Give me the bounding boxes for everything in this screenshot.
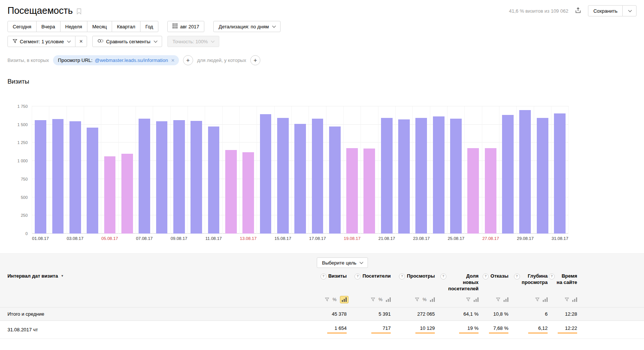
chart-mode-icon[interactable] <box>386 297 391 302</box>
x-axis-label <box>291 236 309 241</box>
percent-icon[interactable]: % <box>422 297 427 302</box>
period-today-button[interactable]: Сегодня <box>7 21 37 32</box>
visits-bar[interactable] <box>208 126 220 234</box>
visits-bar[interactable] <box>312 119 323 234</box>
x-axis-label: 29.08.17 <box>517 236 534 241</box>
visits-bar[interactable] <box>35 120 46 234</box>
percent-icon[interactable]: % <box>378 297 383 302</box>
visits-bar[interactable] <box>191 121 202 234</box>
metric-value: 45 378 <box>313 311 347 317</box>
help-icon[interactable]: ? <box>321 274 326 279</box>
table-row[interactable]: 31.08.2017 чт1 65471710 12919 %7,68 %6,1… <box>0 321 644 339</box>
bar-slot <box>239 106 257 234</box>
visits-bar[interactable] <box>381 118 393 234</box>
column-header-visits[interactable]: ?Визиты <box>313 273 347 279</box>
calendar-label: авг 2017 <box>180 24 199 29</box>
chart-mode-icon[interactable] <box>430 297 435 302</box>
add-people-condition-button[interactable]: + <box>250 55 260 65</box>
column-header-page-depth[interactable]: ?Глубина просмотра <box>508 273 548 286</box>
visits-bar[interactable] <box>52 119 64 234</box>
visits-bar[interactable] <box>329 126 341 234</box>
compare-segments-button[interactable]: Сравнить сегменты <box>92 36 162 47</box>
filter-icon[interactable] <box>325 297 329 301</box>
export-button[interactable] <box>573 6 583 15</box>
column-header-time-on-site[interactable]: ?Время на сайте <box>548 273 577 286</box>
column-header-pageviews[interactable]: ?Просмотры <box>391 273 435 279</box>
visits-bar[interactable] <box>87 128 98 234</box>
detail-dropdown[interactable]: Детализация: по дням <box>213 21 280 32</box>
visits-bar[interactable] <box>502 115 514 234</box>
period-year-button[interactable]: Год <box>140 21 158 32</box>
visits-share-text: 41,6 % визитов из 109 062 <box>509 8 569 14</box>
help-icon[interactable]: ? <box>483 274 489 279</box>
visits-bar[interactable] <box>467 148 479 234</box>
visits-bar[interactable] <box>173 120 185 234</box>
visits-bar[interactable] <box>69 121 81 234</box>
x-axis-label <box>396 236 413 241</box>
x-axis-label: 19.08.17 <box>343 236 360 241</box>
date-interval-header[interactable]: Интервал дат визита ▼ <box>7 273 313 279</box>
add-visit-condition-button[interactable]: + <box>183 55 193 65</box>
period-quarter-button[interactable]: Квартал <box>112 21 140 32</box>
goal-select-button[interactable]: Выберите цель <box>317 257 368 268</box>
page-title: Посещаемость <box>7 4 73 16</box>
filter-icon[interactable] <box>496 297 500 301</box>
column-header-visitors[interactable]: ?Посетители <box>347 273 391 279</box>
bar-slot <box>551 106 569 234</box>
visits-bar[interactable] <box>398 119 410 234</box>
visits-bar[interactable] <box>121 154 133 234</box>
segment-dropdown[interactable]: Сегмент: 1 условие <box>7 36 75 47</box>
url-filter-chip[interactable]: Просмотр URL: @webmaster.leads.su/inform… <box>53 55 179 65</box>
help-icon[interactable]: ? <box>440 274 446 279</box>
visits-bar[interactable] <box>519 110 531 234</box>
chip-remove-button[interactable]: ✕ <box>171 58 175 63</box>
chart-mode-icon[interactable] <box>504 297 508 302</box>
period-row: СегодняВчераНеделяМесяцКварталГод авг 20… <box>7 21 637 32</box>
visits-bar[interactable] <box>433 116 445 234</box>
period-week-button[interactable]: Неделя <box>60 21 87 32</box>
bar-slot <box>32 106 49 234</box>
visits-bar[interactable] <box>450 119 462 234</box>
visits-bar[interactable] <box>277 118 289 234</box>
period-month-button[interactable]: Месяц <box>87 21 112 32</box>
visits-bar[interactable] <box>242 152 254 234</box>
chart-mode-icon[interactable] <box>572 297 577 302</box>
calendar-button[interactable]: авг 2017 <box>167 21 204 32</box>
filter-icon[interactable] <box>371 297 375 301</box>
visits-bar[interactable] <box>415 118 427 234</box>
column-header-bounce-rate[interactable]: ?Отказы <box>479 273 508 279</box>
filter-icon[interactable] <box>415 297 419 301</box>
filter-icon[interactable] <box>565 297 569 301</box>
help-icon[interactable]: ? <box>514 274 520 279</box>
visits-bar[interactable] <box>260 114 272 234</box>
visits-bar[interactable] <box>537 118 548 234</box>
visits-bar[interactable] <box>294 124 306 234</box>
people-condition-label: для людей, у которых <box>197 57 246 63</box>
x-axis-label: 21.08.17 <box>378 236 395 241</box>
precision-dropdown[interactable]: Точность: 100% <box>167 36 220 47</box>
filter-icon[interactable] <box>535 297 539 301</box>
chart-mode-icon[interactable] <box>474 297 479 302</box>
filter-icon[interactable] <box>466 297 470 301</box>
visits-bar[interactable] <box>363 149 375 234</box>
chart-mode-icon[interactable] <box>543 297 548 302</box>
visits-bar[interactable] <box>104 156 116 234</box>
help-icon[interactable]: ? <box>549 274 555 279</box>
visits-bar[interactable] <box>225 150 237 234</box>
help-icon[interactable]: ? <box>399 274 405 279</box>
save-button[interactable]: Сохранить <box>588 5 623 16</box>
visits-bar[interactable] <box>346 148 358 234</box>
visits-bar[interactable] <box>485 148 496 234</box>
visits-bar[interactable] <box>139 119 150 234</box>
save-dropdown-button[interactable] <box>622 5 637 16</box>
visits-bar[interactable] <box>554 113 566 234</box>
help-icon[interactable]: ? <box>354 274 360 279</box>
chip-value[interactable]: @webmaster.leads.su/information <box>95 57 168 63</box>
bookmark-icon[interactable] <box>77 8 81 15</box>
segment-clear-button[interactable]: ✕ <box>75 36 87 47</box>
column-header-new-visitors-share[interactable]: ?Доля новых посетителей <box>435 273 479 292</box>
period-yesterday-button[interactable]: Вчера <box>36 21 61 32</box>
percent-icon[interactable]: % <box>332 297 337 302</box>
visits-bar[interactable] <box>156 121 168 234</box>
bar-slot <box>534 106 551 234</box>
